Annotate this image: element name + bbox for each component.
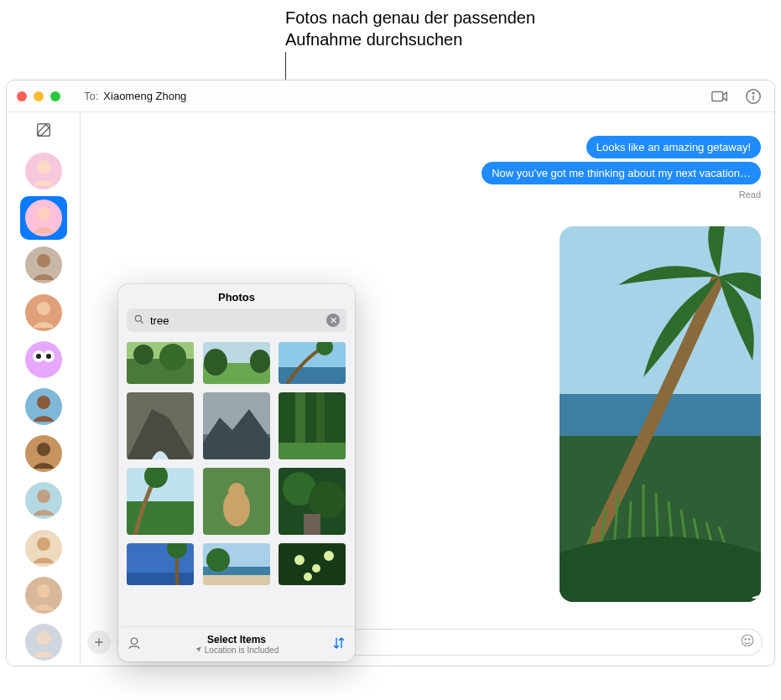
svg-point-2: [752, 92, 753, 93]
facetime-icon[interactable]: [711, 87, 729, 106]
svg-point-15: [37, 537, 50, 551]
svg-point-21: [560, 537, 761, 602]
svg-rect-43: [279, 443, 346, 459]
svg-point-52: [309, 481, 346, 518]
avatar: [25, 294, 62, 331]
popover-footer: Select Items Location is Included: [118, 626, 355, 661]
svg-rect-61: [279, 543, 346, 585]
sent-image-attachment[interactable]: [560, 226, 761, 602]
photos-grid: [118, 339, 355, 626]
svg-point-17: [37, 631, 50, 645]
footer-subtitle: Location is Included: [142, 646, 331, 655]
svg-point-32: [204, 349, 227, 376]
footer-center: Select Items Location is Included: [142, 634, 331, 655]
recipient-field[interactable]: To: Xiaomeng Zhong: [81, 90, 711, 102]
close-window-button[interactable]: [17, 91, 27, 101]
info-icon[interactable]: [744, 87, 763, 106]
svg-point-11: [46, 354, 51, 359]
to-label: To:: [84, 90, 98, 102]
footer-title: Select Items: [142, 634, 331, 646]
svg-point-62: [294, 555, 305, 565]
photo-thumbnail[interactable]: [279, 543, 346, 585]
zoom-window-button[interactable]: [50, 91, 60, 101]
photo-thumbnail[interactable]: [127, 342, 194, 384]
svg-point-66: [131, 638, 138, 645]
clear-search-icon[interactable]: ✕: [326, 314, 340, 327]
read-receipt: Read: [739, 189, 761, 200]
svg-point-65: [304, 573, 312, 581]
svg-point-49: [228, 483, 245, 500]
avatar: [25, 153, 62, 189]
svg-point-60: [206, 548, 230, 572]
conversation-item[interactable]: [20, 573, 67, 617]
avatar: [25, 388, 62, 425]
minimize-window-button[interactable]: [34, 91, 44, 101]
avatar: [25, 435, 62, 472]
conversation-item[interactable]: [20, 479, 67, 522]
avatar: [25, 530, 62, 567]
conversation-item[interactable]: [20, 385, 67, 428]
photo-thumbnail[interactable]: [279, 342, 346, 384]
sort-icon[interactable]: [331, 635, 346, 654]
svg-point-7: [37, 302, 50, 315]
recipient-name: Xiaomeng Zhong: [103, 90, 186, 102]
svg-point-33: [250, 350, 270, 373]
conversation-item[interactable]: [20, 620, 67, 664]
header-actions: [711, 87, 774, 106]
conversation-item[interactable]: [20, 243, 67, 287]
conversation-item[interactable]: [20, 149, 67, 193]
avatar: [25, 200, 62, 236]
photos-search-field[interactable]: ✕: [127, 309, 346, 332]
photo-thumbnail[interactable]: [203, 543, 270, 585]
avatar: [25, 624, 62, 661]
photo-thumbnail[interactable]: [127, 392, 194, 459]
location-icon: [195, 646, 202, 655]
photo-thumbnail[interactable]: [203, 392, 270, 459]
svg-point-28: [133, 345, 154, 365]
window-controls: [7, 91, 81, 101]
compose-button[interactable]: [30, 117, 57, 143]
photo-thumbnail[interactable]: [203, 468, 270, 535]
photos-popover: Photos ✕ Select Items: [118, 284, 355, 661]
memoji-sticker-icon[interactable]: [127, 635, 142, 654]
svg-point-14: [37, 490, 50, 503]
photo-thumbnail[interactable]: [127, 543, 194, 585]
svg-rect-59: [203, 575, 270, 585]
photo-thumbnail[interactable]: [279, 392, 346, 459]
conversation-item[interactable]: [20, 432, 67, 475]
search-input[interactable]: [150, 314, 321, 327]
titlebar: To: Xiaomeng Zhong: [7, 80, 774, 112]
svg-point-6: [37, 254, 50, 267]
conversation-item-selected[interactable]: [20, 196, 67, 240]
annotation-text: Fotos nach genau der passenden Aufnahme …: [285, 7, 604, 50]
svg-point-63: [312, 564, 320, 573]
sent-message[interactable]: Now you've got me thinking about my next…: [482, 162, 761, 184]
svg-point-22: [742, 635, 753, 646]
svg-rect-3: [37, 124, 49, 137]
emoji-picker-icon[interactable]: [740, 633, 755, 652]
conversation-item[interactable]: [20, 338, 67, 381]
svg-point-5: [37, 207, 50, 220]
avatar: [25, 482, 62, 519]
photo-thumbnail[interactable]: [279, 468, 346, 535]
apps-button[interactable]: [87, 630, 111, 654]
search-icon: [133, 314, 145, 328]
svg-rect-53: [304, 514, 320, 535]
svg-point-29: [159, 344, 186, 371]
avatar: [25, 246, 62, 283]
sent-message[interactable]: Looks like an amazing getaway!: [586, 136, 761, 158]
svg-point-64: [324, 551, 334, 561]
svg-point-16: [37, 584, 50, 598]
svg-point-4: [37, 160, 50, 174]
svg-point-12: [37, 396, 50, 409]
avatar: [25, 341, 62, 378]
svg-point-10: [36, 354, 41, 359]
conversation-item[interactable]: [20, 526, 67, 569]
photo-thumbnail[interactable]: [127, 468, 194, 535]
sidebar: [7, 112, 81, 666]
conversation-item[interactable]: [20, 290, 67, 334]
svg-rect-0: [712, 91, 723, 101]
photo-thumbnail[interactable]: [203, 342, 270, 384]
popover-title: Photos: [118, 284, 355, 309]
svg-point-23: [745, 638, 747, 640]
